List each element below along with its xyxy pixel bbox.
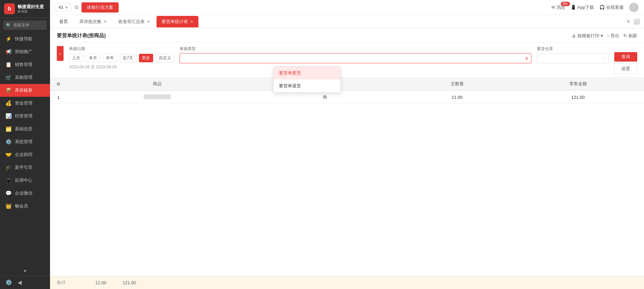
sidebar-item-inventory[interactable]: 📦 库存核算 (0, 84, 50, 97)
top-bar-right: ✉ 消息 99+ 📱 App下载 🎧 在线客服 (551, 3, 639, 12)
date-filter-group: 单据日期 上月 本月 本年 近7天 更多 自定义 2023-05-06 至 20… (69, 46, 174, 70)
store-selector[interactable]: 41 ▼ (55, 3, 71, 12)
footer-label: 合计 (57, 280, 66, 286)
tab-receivable-summary[interactable]: 收发存汇总表 ✕ (113, 16, 155, 27)
store-name: 41 (58, 5, 63, 10)
col-settings-icon[interactable]: ⚙ (56, 82, 61, 87)
sidebar-item-app-center[interactable]: 📱 应用中心 (0, 174, 50, 187)
nav-label: 库存核算 (15, 87, 32, 93)
sidebar-item-guide[interactable]: 🎓 新手引导 (0, 161, 50, 174)
warehouse-filter-group: 要货仓库 ··· (537, 46, 609, 63)
nav-label: 销售管理 (15, 62, 32, 68)
user-avatar[interactable] (629, 3, 639, 12)
nav-label: 畅会员 (15, 203, 28, 209)
nav-icon: 📋 (5, 62, 11, 68)
trial-button[interactable]: 体验行业方案 (81, 2, 119, 13)
sidebar-item-system[interactable]: ⚙️ 系统管理 (0, 135, 50, 148)
product-blurred (144, 94, 171, 99)
sidebar-item-wechat[interactable]: 💬 企业微信 (0, 187, 50, 200)
chevron-down-icon: ▼ (65, 5, 68, 9)
sidebar-item-purchase[interactable]: 🛒 采购管理 (0, 71, 50, 84)
table-header-row: ⚙ 商品 主计量单位 主数量 零售金额 (50, 77, 644, 91)
warehouse-label: 要货仓库 (537, 46, 609, 52)
sidebar-item-operation[interactable]: 📊 经营管理 (0, 110, 50, 123)
print-chevron-icon: ▾ (601, 33, 603, 38)
tab-requisition-stat[interactable]: 要货单统计表 ✕ (157, 16, 198, 27)
tab-label: 收发存汇总表 (118, 19, 145, 25)
export-icon: ↑ (607, 33, 610, 38)
date-btn-7days[interactable]: 近7天 (120, 54, 136, 62)
col-settings[interactable]: ⚙ (50, 77, 67, 91)
nav-label: 企业协同 (15, 152, 32, 158)
warehouse-more-icon[interactable]: ··· (599, 56, 609, 61)
table-row: 1 块 11.00 121.00 (50, 91, 644, 104)
topbar-settings-icon[interactable]: ⚙ (74, 4, 79, 10)
date-btn-more[interactable]: 更多 (139, 54, 153, 62)
page-title: 要货单统计表(按商品) (57, 32, 106, 39)
nav-icon: 📊 (5, 113, 11, 119)
messages-item[interactable]: ✉ 消息 99+ (551, 4, 565, 10)
online-service-label: 在线客服 (606, 4, 624, 10)
sidebar-item-marketing[interactable]: 📢 营销推广 (0, 45, 50, 58)
app-download-item[interactable]: 📱 App下载 (571, 4, 594, 10)
nav-icon: 👑 (5, 203, 11, 209)
tab-inventory-batch[interactable]: 库存批次账 ✕ (74, 16, 112, 27)
date-btn-last-month[interactable]: 上月 (69, 54, 83, 62)
print-button[interactable]: 🖨 按模板打印 ▾ (572, 33, 603, 39)
refresh-button[interactable]: ↻ 刷新 (623, 33, 637, 39)
date-btn-this-year[interactable]: 本年 (103, 54, 117, 62)
page-content: 要货单统计表(按商品) 🖨 按模板打印 ▾ ↑ 导出 ↻ 刷新 › (50, 28, 644, 289)
search-label: 搜索菜单 (13, 22, 29, 28)
app-download-label: App下载 (577, 4, 594, 10)
tab-close-icon[interactable]: ✕ (147, 20, 150, 24)
type-filter-chevron-icon[interactable]: ∧ (522, 55, 531, 61)
sidebar: b 畅捷通好生意 标准版 🔍 搜索菜单 ⚡ 快捷导航 📢 营销推广 📋 销售管理… (0, 0, 50, 289)
maximize-icon[interactable]: ⬜ (633, 18, 640, 25)
sidebar-item-sales[interactable]: 📋 销售管理 (0, 58, 50, 71)
sidebar-item-quick-nav[interactable]: ⚡ 快捷导航 (0, 32, 50, 45)
tab-close-icon[interactable]: ✕ (103, 20, 107, 24)
type-filter-input[interactable] (180, 56, 522, 61)
date-btn-this-month[interactable]: 本月 (86, 54, 100, 62)
sidebar-bottom: ⚙️ ◀ (0, 275, 50, 289)
nav-icon: 💰 (5, 100, 11, 106)
expand-button[interactable]: › (57, 46, 64, 61)
sidebar-item-finance[interactable]: 💰 资金管理 (0, 97, 50, 110)
sidebar-search[interactable]: 🔍 搜索菜单 (3, 21, 47, 30)
export-button[interactable]: ↑ 导出 (607, 33, 620, 39)
nav-label: 应用中心 (15, 177, 32, 183)
app-logo: b 畅捷通好生意 标准版 (0, 0, 50, 18)
nav-icon: 💬 (5, 190, 11, 196)
top-bar: 41 ▼ ⚙ 体验行业方案 ✉ 消息 99+ 📱 App下载 🎧 在线客服 (50, 0, 644, 15)
date-range: 2023-05-06 至 2023-06-06 (69, 64, 174, 70)
sidebar-scroll-down[interactable]: ▼ (0, 267, 50, 275)
sidebar-item-enterprise[interactable]: 🤝 企业协同 (0, 148, 50, 161)
search-icon: 🔍 (6, 23, 11, 28)
settings-icon[interactable]: ⚙️ (5, 279, 12, 286)
online-service-item[interactable]: 🎧 在线客服 (599, 4, 624, 10)
collapse-icon[interactable]: ◀ (18, 279, 22, 286)
nav-icon: 📦 (5, 87, 11, 93)
nav-label: 营销推广 (15, 49, 32, 55)
tab-close-icon[interactable]: ✕ (190, 20, 193, 24)
query-button[interactable]: 查询 (614, 52, 637, 62)
sidebar-item-basic[interactable]: 🗂️ 基础信息 (0, 123, 50, 135)
tab-label: 要货单统计表 (162, 19, 188, 25)
cell-product (67, 91, 248, 104)
dropdown-item-requisition-order[interactable]: 要货单要货 (273, 67, 340, 80)
download-icon: 📱 (571, 5, 576, 10)
tab-home[interactable]: 首页 (54, 16, 73, 27)
nav-label: 新手引导 (15, 164, 32, 171)
sidebar-item-member[interactable]: 👑 畅会员 (0, 200, 50, 213)
date-btn-custom[interactable]: 自定义 (156, 54, 174, 62)
warehouse-input[interactable] (537, 56, 599, 61)
filter-settings-button[interactable]: 设置 (614, 64, 637, 74)
footer-retail-amount-value: 121.00 (123, 280, 136, 285)
nav-icon: 📢 (5, 49, 11, 55)
dropdown-item-requisition-return[interactable]: 要货单退货 (273, 80, 340, 92)
close-all-icon[interactable]: ✕ (626, 18, 630, 25)
tab-bar: 首页 库存批次账 ✕ 收发存汇总表 ✕ 要货单统计表 ✕ ✕ ⬜ (50, 15, 644, 28)
date-filter-label: 单据日期 (69, 46, 174, 52)
logo-icon: b (4, 3, 15, 14)
nav-label: 经营管理 (15, 113, 32, 119)
